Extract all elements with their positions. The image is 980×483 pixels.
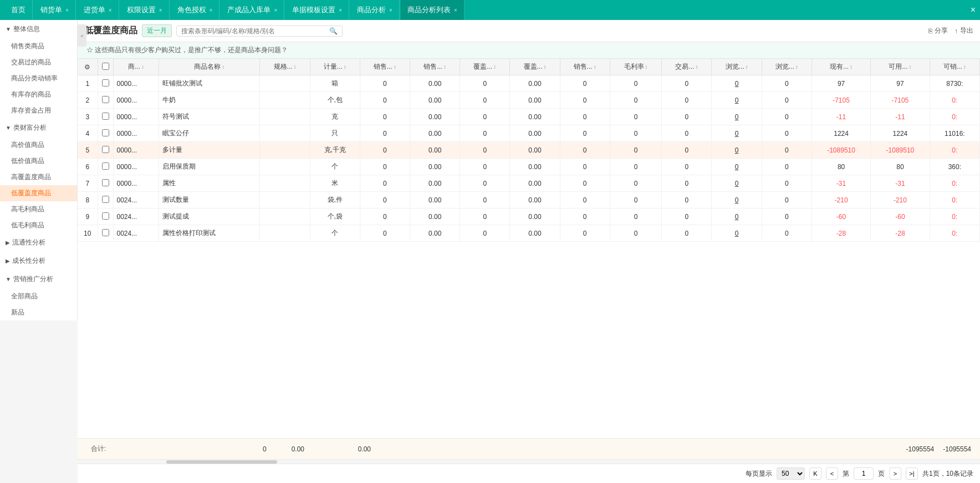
first-page-button[interactable]: K bbox=[809, 467, 821, 480]
close-template-tab-icon[interactable]: × bbox=[339, 7, 342, 13]
nav-tab-product-stock[interactable]: 产成品入库单 × bbox=[221, 0, 284, 20]
row-browse1[interactable]: 0 bbox=[712, 225, 762, 242]
scrollbar-thumb[interactable] bbox=[166, 460, 277, 464]
th-cover2[interactable]: 覆盖...↕ bbox=[510, 59, 560, 75]
th-unit[interactable]: 计量...↕ bbox=[310, 59, 360, 75]
th-browse1[interactable]: 浏览...↕ bbox=[712, 59, 762, 75]
close-all-tabs-button[interactable]: × bbox=[971, 5, 976, 15]
sidebar-item-inventory-capital[interactable]: 库存资金占用 bbox=[0, 103, 77, 119]
sidebar-item-low-value[interactable]: 低价值商品 bbox=[0, 153, 77, 169]
row-checkbox[interactable] bbox=[102, 229, 109, 236]
next-page-button[interactable]: > bbox=[889, 467, 901, 480]
row-code: 0024... bbox=[113, 192, 159, 209]
row-sales-amt: 0.00 bbox=[410, 159, 460, 175]
sidebar-item-low-coverage[interactable]: 低覆盖度商品 bbox=[0, 185, 77, 201]
export-button[interactable]: ↑ 导出 bbox=[955, 26, 973, 35]
row-browse1[interactable]: 0 bbox=[712, 142, 762, 159]
close-product-stock-tab-icon[interactable]: × bbox=[274, 7, 277, 13]
sidebar-section-wealth[interactable]: ▼ 类财富分析 bbox=[0, 119, 77, 137]
prev-page-button[interactable]: < bbox=[826, 467, 838, 480]
sidebar-item-sales-goods[interactable]: 销售类商品 bbox=[0, 38, 77, 54]
row-gross-rate: 0 bbox=[610, 125, 662, 142]
th-sales-qty[interactable]: 销售...↕ bbox=[360, 59, 410, 75]
row-checkbox[interactable] bbox=[102, 212, 109, 220]
row-browse1[interactable]: 0 bbox=[712, 209, 762, 225]
row-checkbox[interactable] bbox=[102, 162, 109, 170]
row-browse1[interactable]: 0 bbox=[712, 125, 762, 142]
per-page-select[interactable]: 50 10 20 100 bbox=[777, 467, 805, 480]
th-name[interactable]: 商品名称↕ bbox=[159, 59, 260, 75]
row-browse1[interactable]: 0 bbox=[712, 192, 762, 209]
sidebar-item-high-value[interactable]: 高价值商品 bbox=[0, 137, 77, 153]
sidebar-item-all-goods[interactable]: 全部商品 bbox=[0, 288, 77, 304]
sidebar-item-high-coverage[interactable]: 高覆盖度商品 bbox=[0, 169, 77, 185]
row-cover2: 0.00 bbox=[510, 225, 560, 242]
th-code[interactable]: 商...↕ bbox=[113, 59, 159, 75]
row-browse1[interactable]: 0 bbox=[712, 92, 762, 109]
th-available[interactable]: 可用...↕ bbox=[871, 59, 930, 75]
sidebar-item-high-margin[interactable]: 高毛利商品 bbox=[0, 201, 77, 217]
th-sales-amt[interactable]: 销售...↕ bbox=[410, 59, 460, 75]
close-product-analysis-tab-icon[interactable]: × bbox=[389, 7, 392, 13]
close-product-list-tab-icon[interactable]: × bbox=[454, 7, 457, 13]
row-browse1[interactable]: 0 bbox=[712, 159, 762, 175]
row-name: 旺铺批次测试 bbox=[159, 75, 260, 92]
th-settings[interactable]: ⚙ bbox=[78, 59, 98, 75]
close-purchase-tab-icon[interactable]: × bbox=[109, 7, 112, 13]
close-role-tab-icon[interactable]: × bbox=[210, 7, 213, 13]
sidebar-section-marketing[interactable]: ▼ 营销推广分析 bbox=[0, 270, 77, 288]
th-browse2[interactable]: 浏览...↕ bbox=[762, 59, 811, 75]
main-layout: « ▼ 整体信息 销售类商品 交易过的商品 商品分类动销率 有库存的商品 库存资… bbox=[0, 20, 980, 483]
row-checkbox[interactable] bbox=[102, 129, 109, 136]
row-checkbox[interactable] bbox=[102, 179, 109, 186]
th-sellable[interactable]: 可销...↕ bbox=[930, 59, 979, 75]
last-page-button[interactable]: >| bbox=[906, 467, 918, 480]
sidebar-item-low-margin[interactable]: 低毛利商品 bbox=[0, 217, 77, 233]
row-spec bbox=[260, 175, 310, 192]
sidebar-section-overall[interactable]: ▼ 整体信息 bbox=[0, 20, 77, 38]
row-checkbox[interactable] bbox=[102, 79, 109, 87]
close-permissions-tab-icon[interactable]: × bbox=[159, 7, 162, 13]
row-checkbox[interactable] bbox=[102, 146, 109, 153]
row-checkbox[interactable] bbox=[102, 96, 109, 103]
row-browse1[interactable]: 0 bbox=[712, 75, 762, 92]
sidebar-item-stocked-goods[interactable]: 有库存的商品 bbox=[0, 87, 77, 103]
sidebar-item-new-products[interactable]: 新品 bbox=[0, 304, 77, 321]
sidebar-section-growth[interactable]: ▶ 成长性分析 bbox=[0, 252, 77, 270]
nav-tab-product-analysis[interactable]: 商品分析 × bbox=[350, 0, 400, 20]
share-button[interactable]: ⎘ 分享 bbox=[928, 26, 948, 35]
nav-tab-role[interactable]: 角色授权 × bbox=[171, 0, 220, 20]
search-input[interactable] bbox=[181, 27, 327, 35]
nav-tab-product-list[interactable]: 商品分析列表 × bbox=[401, 0, 465, 20]
row-sellable: 0: bbox=[930, 192, 979, 209]
horizontal-scrollbar[interactable] bbox=[78, 459, 980, 464]
current-page-input[interactable] bbox=[854, 467, 874, 480]
info-banner: ☆ 这些商品只有很少客户购买过，是推广不够，还是商品本身问题？ bbox=[78, 42, 980, 59]
nav-tab-sales[interactable]: 销货单 × bbox=[34, 0, 76, 20]
th-sales-ret[interactable]: 销售...↕ bbox=[560, 59, 610, 75]
row-checkbox[interactable] bbox=[102, 113, 109, 120]
close-sales-tab-icon[interactable]: × bbox=[65, 7, 69, 13]
nav-tab-purchase[interactable]: 进货单 × bbox=[77, 0, 119, 20]
search-icon[interactable]: 🔍 bbox=[329, 27, 338, 35]
row-cover2: 0.00 bbox=[510, 192, 560, 209]
nav-tab-template[interactable]: 单据模板设置 × bbox=[285, 0, 349, 20]
filter-recent-month-button[interactable]: 近一月 bbox=[142, 24, 172, 37]
nav-tab-home[interactable]: 首页 bbox=[4, 0, 33, 20]
th-cover1[interactable]: 覆盖...↕ bbox=[460, 59, 510, 75]
row-browse1[interactable]: 0 bbox=[712, 109, 762, 125]
sidebar-section-liquidity[interactable]: ▶ 流通性分析 bbox=[0, 233, 77, 252]
row-checkbox[interactable] bbox=[102, 196, 109, 203]
row-browse1[interactable]: 0 bbox=[712, 175, 762, 192]
row-sales-ret: 0 bbox=[560, 75, 610, 92]
select-all-checkbox[interactable] bbox=[102, 63, 109, 70]
th-gross-rate[interactable]: 毛利率↕ bbox=[610, 59, 662, 75]
sidebar-item-category-sales-rate[interactable]: 商品分类动销率 bbox=[0, 70, 77, 87]
nav-tab-permissions[interactable]: 权限设置 × bbox=[120, 0, 170, 20]
sidebar-item-traded-goods[interactable]: 交易过的商品 bbox=[0, 54, 77, 70]
row-sales-amt: 0.00 bbox=[410, 125, 460, 142]
th-current[interactable]: 现有...↕ bbox=[811, 59, 870, 75]
nav-tab-purchase-label: 进货单 bbox=[84, 5, 105, 15]
th-spec[interactable]: 规格...↕ bbox=[260, 59, 310, 75]
th-trade[interactable]: 交易...↕ bbox=[662, 59, 712, 75]
